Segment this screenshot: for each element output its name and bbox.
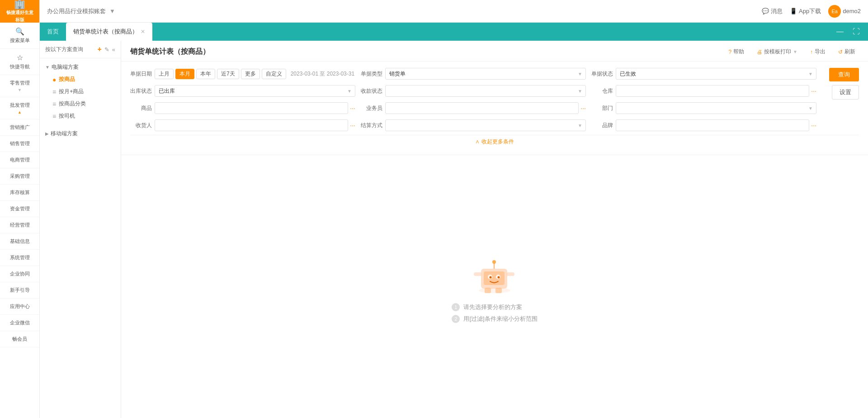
- tree-item-by-category[interactable]: ≡ 按商品分类: [40, 98, 121, 110]
- custom-btn[interactable]: 自定义: [262, 69, 286, 79]
- sidebar-item-quick-nav[interactable]: ☆ 快捷导航: [0, 49, 39, 75]
- sidebar-item-inventory[interactable]: 库存核算: [0, 185, 39, 201]
- left-panel-actions: + ✎ «: [97, 45, 115, 53]
- prev-month-btn[interactable]: 上月: [155, 69, 174, 79]
- department-select[interactable]: [616, 102, 816, 114]
- sidebar-item-operations[interactable]: 经营管理: [0, 217, 39, 233]
- tab-home[interactable]: 首页: [40, 23, 66, 41]
- doc-type-select[interactable]: 销货单: [385, 68, 586, 80]
- print-icon: 🖨: [757, 49, 762, 55]
- salesperson-input[interactable]: [385, 102, 579, 114]
- collapse-conditions-btn[interactable]: ∧ 收起更多条件: [130, 135, 859, 148]
- message-btn[interactable]: 💬 消息: [762, 7, 783, 15]
- svg-rect-9: [474, 272, 482, 276]
- tab-maximize-btn[interactable]: ⛶: [850, 25, 863, 38]
- department-cell: 部门: [591, 102, 816, 114]
- add-scheme-btn[interactable]: +: [97, 45, 101, 53]
- brand-input[interactable]: [616, 119, 809, 131]
- empty-tip-1: 1 请先选择要分析的方案: [452, 303, 537, 311]
- export-btn[interactable]: ↑ 导出: [807, 46, 829, 57]
- warehouse-control: ···: [616, 85, 816, 97]
- product-more-btn[interactable]: ···: [350, 104, 355, 112]
- warehouse-input[interactable]: [616, 85, 809, 97]
- brand-more-btn[interactable]: ···: [811, 122, 816, 129]
- salesperson-control: ···: [385, 102, 586, 114]
- sidebar-item-wechat[interactable]: 企业微信: [0, 315, 39, 331]
- receiver-cell: 收货人 ···: [130, 119, 355, 131]
- this-year-btn[interactable]: 本年: [196, 69, 215, 79]
- salesperson-more-btn[interactable]: ···: [580, 104, 586, 112]
- sidebar-item-finance[interactable]: 资金管理: [0, 201, 39, 217]
- edit-scheme-btn[interactable]: ✎: [104, 46, 109, 53]
- template-print-btn[interactable]: 🖨 按模板打印 ▼: [753, 46, 801, 57]
- product-label: 商品: [130, 104, 152, 112]
- sidebar-item-member[interactable]: 畅会员: [0, 331, 39, 347]
- sidebar-item-label: 应用中心: [10, 303, 30, 310]
- refresh-btn[interactable]: ↺ 刷新: [835, 46, 859, 57]
- sidebar-item-wholesale[interactable]: 批发管理 ▲: [0, 97, 39, 119]
- receiver-control: ···: [155, 119, 355, 131]
- page-title: 销货单统计表（按商品）: [130, 47, 210, 57]
- filter-actions: 查询 设置: [816, 68, 859, 100]
- doc-type-select-wrap: 销货单: [385, 68, 586, 80]
- app-download-btn[interactable]: 📱 App下载: [790, 7, 821, 15]
- tab-close-icon[interactable]: ✕: [141, 28, 145, 35]
- out-status-cell: 出库状态 已出库: [130, 85, 355, 97]
- page-actions: ? 帮助 🖨 按模板打印 ▼ ↑ 导出 ↺ 刷新: [725, 46, 859, 57]
- sidebar-item-label: 经营管理: [10, 222, 30, 228]
- tree-group-pc-header[interactable]: ▼ 电脑端方案: [40, 61, 121, 73]
- tree-group-mobile-header[interactable]: ▶ 移动端方案: [40, 128, 121, 140]
- tab-sales-stat[interactable]: 销货单统计表（按商品） ✕: [66, 23, 152, 41]
- logo-icon: 🏢: [14, 0, 25, 9]
- help-btn[interactable]: ? 帮助: [725, 46, 748, 57]
- list-icon: ≡: [52, 113, 56, 120]
- sidebar-item-basic-info[interactable]: 基础信息: [0, 233, 39, 250]
- dropdown-icon[interactable]: ▼: [109, 8, 115, 14]
- logo-text: 畅捷通好生意: [6, 10, 33, 16]
- this-month-btn[interactable]: 本月: [175, 69, 194, 79]
- sidebar-item-ecommerce[interactable]: 电商管理: [0, 152, 39, 168]
- list-icon: ≡: [52, 100, 56, 108]
- sidebar-item-label: 库存核算: [10, 189, 30, 196]
- filter-area: 单据日期 上月 本月 本年 近7天 更多 自定义 2023-03-01 至 20…: [121, 62, 868, 155]
- sidebar-item-guide[interactable]: 新手引导: [0, 282, 39, 299]
- svg-point-5: [490, 276, 492, 278]
- last-7-days-btn[interactable]: 近7天: [217, 69, 239, 79]
- sidebar-item-label: 营销推广: [10, 124, 30, 131]
- tree-item-by-product[interactable]: ● 按商品: [40, 73, 121, 86]
- sidebar-item-retail[interactable]: 零售管理 ▼: [0, 75, 39, 97]
- warehouse-more-btn[interactable]: ···: [811, 87, 816, 95]
- date-label: 单据日期: [130, 70, 152, 78]
- help-icon: ?: [728, 49, 731, 55]
- receipt-status-select[interactable]: [385, 85, 586, 97]
- query-btn[interactable]: 查询: [829, 68, 859, 81]
- sidebar-item-marketing[interactable]: 营销推广: [0, 119, 39, 136]
- collapse-panel-btn[interactable]: «: [112, 46, 115, 53]
- tree-item-by-month-product[interactable]: ≡ 按月+商品: [40, 86, 121, 98]
- sidebar-item-purchase[interactable]: 采购管理: [0, 168, 39, 185]
- sidebar-item-app-center[interactable]: 应用中心: [0, 299, 39, 315]
- sidebar-item-search[interactable]: 🔍 搜索菜单: [0, 23, 39, 49]
- empty-icon-wrap: [467, 251, 522, 296]
- sidebar-item-cooperation[interactable]: 企业协同: [0, 266, 39, 282]
- export-label: 导出: [815, 48, 826, 56]
- left-panel: 按以下方案查询 + ✎ « ▼ 电脑端方案 ● 按商品 ≡ 按月+: [40, 41, 121, 418]
- receiver-input[interactable]: [155, 119, 348, 131]
- product-input[interactable]: [155, 102, 348, 114]
- sidebar-item-system[interactable]: 系统管理: [0, 250, 39, 266]
- tab-minimize-btn[interactable]: —: [834, 25, 846, 38]
- template-print-label: 按模板打印: [764, 48, 791, 56]
- avatar: Ea: [828, 5, 841, 18]
- more-btn[interactable]: 更多: [241, 69, 260, 79]
- user-menu[interactable]: Ea demo2: [828, 5, 861, 18]
- payment-select[interactable]: [385, 119, 586, 131]
- out-status-select[interactable]: 已出库: [155, 85, 355, 97]
- active-icon: ●: [52, 76, 56, 83]
- tip-num-1: 1: [452, 303, 460, 311]
- sidebar-item-sales[interactable]: 销售管理: [0, 136, 39, 152]
- settings-btn[interactable]: 设置: [832, 85, 859, 100]
- payment-cell: 结算方式: [361, 119, 586, 131]
- receiver-more-btn[interactable]: ···: [350, 122, 355, 129]
- doc-status-select[interactable]: 已生效: [616, 68, 816, 80]
- tree-item-by-driver[interactable]: ≡ 按司机: [40, 110, 121, 122]
